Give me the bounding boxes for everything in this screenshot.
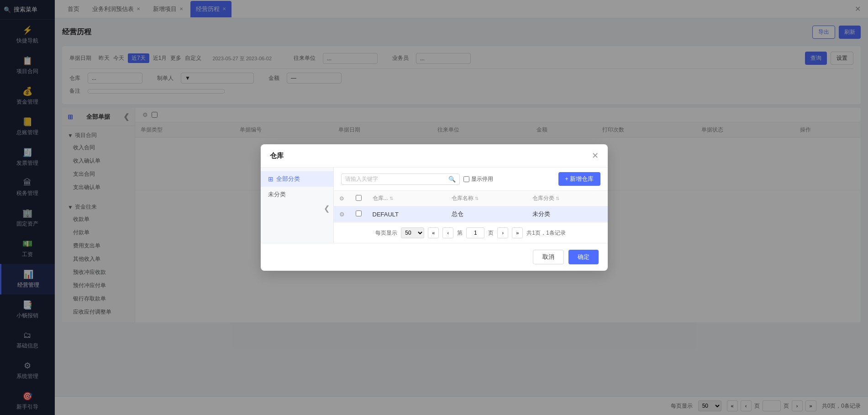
modal-next-page[interactable]: ›: [497, 227, 508, 238]
modal-overlay: 仓库 ✕ ⊞ 全部分类 未分类 ❮: [0, 0, 868, 415]
col-header-code: 仓库... ⇅: [367, 191, 446, 206]
modal-first-page[interactable]: «: [428, 227, 439, 238]
add-warehouse-btn[interactable]: + 新增仓库: [558, 172, 600, 186]
modal-per-page-label: 每页显示: [375, 229, 397, 237]
row-checkbox[interactable]: [356, 210, 362, 216]
row-icon-cell: ⚙: [334, 206, 350, 222]
modal-search-box[interactable]: 🔍: [341, 173, 460, 185]
modal-per-page-select[interactable]: 50 100: [401, 227, 424, 238]
settings-col-icon[interactable]: ⚙: [339, 195, 344, 202]
modal-actions: 取消 确定: [261, 243, 608, 271]
modal-page-suffix: 页: [488, 229, 494, 237]
modal-body: ⊞ 全部分类 未分类 ❮ 🔍: [261, 168, 608, 243]
show-disabled-text: 显示停用: [471, 175, 493, 183]
row-code-cell: DEFAULT: [367, 206, 446, 222]
col-header-icon: ⚙: [334, 191, 350, 206]
name-sort-icon: ⇅: [475, 196, 479, 201]
modal-total-label: 共1页，1条记录: [526, 229, 565, 237]
modal-prev-page[interactable]: ‹: [442, 227, 453, 238]
code-col-label: 仓库...: [373, 195, 388, 201]
modal-title: 仓库: [270, 152, 284, 160]
modal-page-input[interactable]: [466, 227, 484, 238]
modal-table-area: ⚙ 仓库... ⇅ 仓库名称: [334, 191, 608, 222]
col-header-name: 仓库名称 ⇅: [446, 191, 527, 206]
grid-icon-modal: ⊞: [268, 175, 274, 183]
modal-toolbar: 🔍 显示停用 + 新增仓库: [334, 168, 608, 191]
row-settings-icon: ⚙: [339, 211, 345, 218]
row-checkbox-cell[interactable]: [350, 206, 367, 222]
modal-close-btn[interactable]: ✕: [592, 151, 599, 161]
col-header-checkbox: [350, 191, 367, 206]
show-disabled-checkbox[interactable]: [463, 176, 469, 182]
table-row[interactable]: ⚙ DEFAULT 总仓 未分类: [334, 206, 608, 222]
modal-page-label: 第: [457, 229, 463, 237]
warehouse-modal: 仓库 ✕ ⊞ 全部分类 未分类 ❮: [261, 144, 608, 271]
category-col-label: 仓库分类: [532, 195, 554, 201]
modal-uncategorized-label: 未分类: [268, 190, 286, 199]
modal-all-category[interactable]: ⊞ 全部分类: [261, 171, 333, 187]
category-sort-icon: ⇅: [556, 196, 559, 201]
modal-confirm-btn[interactable]: 确定: [568, 250, 599, 264]
modal-main-content: 🔍 显示停用 + 新增仓库 ⚙: [334, 168, 608, 243]
modal-header: 仓库 ✕: [261, 144, 608, 168]
modal-all-category-label: 全部分类: [276, 175, 300, 183]
modal-search-icon: 🔍: [448, 176, 456, 183]
name-col-label: 仓库名称: [452, 195, 473, 201]
modal-uncategorized[interactable]: 未分类: [261, 187, 333, 202]
modal-last-page[interactable]: »: [512, 227, 523, 238]
row-category-cell: 未分类: [527, 206, 608, 222]
show-disabled-label[interactable]: 显示停用: [463, 175, 493, 183]
modal-cancel-btn[interactable]: 取消: [533, 250, 564, 264]
modal-pagination: 每页显示 50 100 « ‹ 第 页 › » 共1页，1条记录: [334, 222, 608, 243]
row-name-cell: 总仓: [446, 206, 527, 222]
modal-select-all[interactable]: [356, 195, 362, 201]
modal-sidebar-collapse[interactable]: ❮: [261, 202, 333, 215]
collapse-icon: ❮: [324, 204, 330, 213]
code-sort-icon: ⇅: [389, 196, 393, 201]
modal-search-input[interactable]: [345, 176, 447, 182]
modal-sidebar: ⊞ 全部分类 未分类 ❮: [261, 168, 334, 243]
col-header-category: 仓库分类 ⇅: [527, 191, 608, 206]
